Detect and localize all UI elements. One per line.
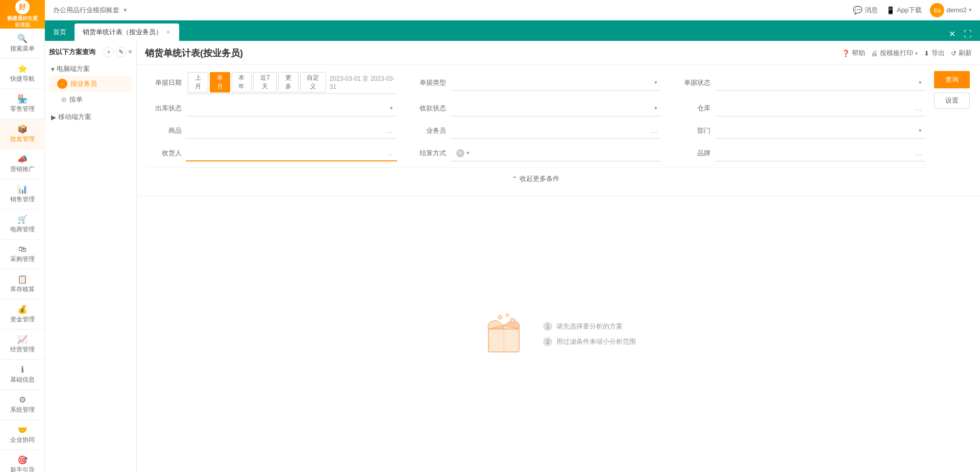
sidebar-item-basic-info[interactable]: ℹ 基础信息 [0, 360, 45, 390]
sidebar-item-quick-nav[interactable]: ⭐ 快捷导航 [0, 59, 45, 89]
pay-status-cell[interactable]: ▾ [450, 100, 662, 116]
date-this-month-btn[interactable]: 本月 [210, 72, 230, 92]
brand-cell[interactable]: … [715, 145, 926, 161]
panel-header-label: 按以下方案查询 [49, 48, 95, 57]
salesman-cell[interactable]: … [450, 123, 662, 139]
message-btn[interactable]: 💬 消息 [853, 6, 878, 15]
mobile-group-header[interactable]: ▶ 移动端方案 [49, 110, 132, 124]
app-download-btn[interactable]: 📱 App下载 [886, 6, 922, 15]
date-filter-cell: 上月 本月 本年 近7天 更多 自定义 2023-03-01 至 2023-03… [186, 71, 397, 94]
date-last-month-btn[interactable]: 上月 [188, 72, 208, 92]
scheme-by-salesman[interactable]: ✓ 按业务员 [49, 76, 132, 92]
empty-state-tips: 1 请先选择要分析的方案 2 用过滤条件来缩小分析范围 [543, 322, 636, 346]
warehouse-dots: … [915, 104, 922, 112]
tip-text-1: 请先选择要分析的方案 [556, 322, 623, 331]
home-tab-label: 首页 [53, 28, 66, 37]
doc-type-label: 单据类型 [409, 78, 450, 87]
export-btn[interactable]: ⬇ 导出 [924, 49, 945, 58]
date-more-btn[interactable]: 更多 [278, 72, 299, 92]
app-logo[interactable]: 好 畅捷通好生意 标准版 [0, 0, 45, 29]
warehouse-cell[interactable]: … [715, 100, 926, 116]
tab-close-window-btn[interactable]: ✕ [947, 27, 958, 41]
logo-sub: 标准版 [15, 21, 30, 29]
sidebar-item-marketing[interactable]: 📣 营销推广 [0, 149, 45, 179]
sidebar-item-label: 营销推广 [2, 165, 43, 174]
user-initial: Ea [934, 7, 941, 13]
help-icon: ❓ [842, 50, 850, 57]
salesman-dots: … [651, 127, 657, 134]
sidebar-item-finance[interactable]: 💰 资金管理 [0, 299, 45, 329]
app-download-label: App下载 [897, 6, 922, 15]
sidebar-item-ecommerce[interactable]: 🛒 电商管理 [0, 209, 45, 240]
query-btn[interactable]: 查询 [934, 71, 970, 88]
settings-btn[interactable]: 设置 [934, 92, 970, 109]
sidebar-item-sales[interactable]: 📊 销售管理 [0, 179, 45, 209]
print-btn[interactable]: 🖨 按模板打印 ▾ [871, 49, 918, 58]
consignee-cell[interactable]: … [186, 145, 397, 161]
tab-maximize-btn[interactable]: ⛶ [962, 28, 974, 41]
panel-collapse-btn[interactable]: « [128, 47, 132, 57]
logo-text: 畅捷通好生意 [7, 15, 38, 21]
edit-scheme-btn[interactable]: ✎ [116, 47, 126, 57]
collapse-conditions-btn[interactable]: ⌃ 收起更多条件 [504, 172, 568, 185]
out-status-cell[interactable]: ▾ [186, 100, 397, 116]
sidebar-item-purchase[interactable]: 🛍 采购管理 [0, 240, 45, 269]
help-btn[interactable]: ❓ 帮助 [842, 49, 865, 58]
pay-status-arrow: ▾ [654, 105, 657, 111]
sidebar-item-label: 库存核算 [2, 285, 43, 294]
filter-row-4: 收货人 … 结算方式 ✕ ▾ 品牌 … [145, 145, 926, 161]
top-header: 办公用品行业模拟账套 ▾ 💬 消息 📱 App下载 Ea demo2 ▾ [45, 0, 980, 20]
doc-status-label: 单据状态 [674, 78, 715, 87]
date-custom-btn[interactable]: 自定义 [300, 72, 326, 92]
sidebar-item-inventory[interactable]: 📋 库存核算 [0, 269, 45, 299]
goods-cell[interactable]: … [186, 123, 397, 139]
sidebar-item-enterprise[interactable]: 🤝 企业协同 [0, 420, 45, 450]
user-menu[interactable]: Ea demo2 ▾ [930, 3, 972, 17]
desktop-group-header[interactable]: ▾ 电脑端方案 [49, 62, 132, 76]
sidebar-item-guide[interactable]: 🎯 新手引导 [0, 450, 45, 472]
date-last7-btn[interactable]: 近7天 [253, 72, 277, 92]
sidebar-item-wholesale[interactable]: 📦 批发管理 [0, 119, 45, 149]
edit-icon: ✎ [118, 49, 124, 56]
dept-cell[interactable]: ▾ [715, 123, 926, 139]
sidebar-item-system[interactable]: ⚙ 系统管理 [0, 390, 45, 420]
user-name: demo2 [946, 6, 967, 14]
content-area: 按以下方案查询 + ✎ « ▾ 电脑端方案 [45, 41, 980, 472]
sidebar-item-retail[interactable]: 🏪 零售管理 [0, 89, 45, 119]
settlement-cell[interactable]: ✕ ▾ [450, 145, 662, 161]
company-selector-arrow[interactable]: ▾ [124, 6, 127, 14]
settlement-label: 结算方式 [409, 149, 450, 158]
sidebar-item-label: 搜索菜单 [2, 44, 43, 53]
action-buttons: 查询 设置 [932, 71, 972, 109]
date-this-year-btn[interactable]: 本年 [232, 72, 252, 92]
scheme-label: 按业务员 [70, 79, 97, 88]
sidebar-item-operations[interactable]: 📈 经营管理 [0, 329, 45, 360]
sales-icon: 📊 [2, 184, 43, 194]
out-status-label: 出库状态 [145, 104, 186, 113]
sidebar-item-label: 资金管理 [2, 315, 43, 324]
settlement-clear-btn[interactable]: ✕ [456, 149, 464, 157]
operations-icon: 📈 [2, 335, 43, 344]
sidebar-item-search[interactable]: 🔍 搜索菜单 [0, 29, 45, 59]
doc-status-cell[interactable]: ▾ [715, 75, 926, 91]
active-tab[interactable]: 销货单统计表（按业务员） × [75, 23, 179, 41]
company-selector-label: 办公用品行业模拟账套 [53, 6, 119, 15]
brand-dots: … [915, 149, 922, 157]
filter-row-3: 商品 … 业务员 … 部门 ▾ [145, 123, 926, 139]
page-title-bar: 销货单统计表(按业务员) ❓ 帮助 🖨 按模板打印 ▾ ⬇ 导出 [137, 41, 980, 65]
export-icon: ⬇ [924, 50, 929, 57]
add-scheme-btn[interactable]: + [104, 47, 114, 57]
search-nav-icon: 🔍 [2, 34, 43, 43]
refresh-btn[interactable]: ↺ 刷新 [951, 49, 972, 58]
sidebar-item-label: 系统管理 [2, 406, 43, 414]
doc-type-cell[interactable]: ▾ [450, 75, 662, 91]
empty-state: 1 请先选择要分析的方案 2 用过滤条件来缩小分析范围 [137, 196, 980, 472]
collapse-label: 收起更多条件 [520, 174, 559, 183]
mobile-scheme-group: ▶ 移动端方案 [49, 110, 132, 124]
sub-scheme-by-doc[interactable]: ⊞ 按单 [49, 92, 132, 107]
export-label: 导出 [932, 49, 945, 58]
salesman-label: 业务员 [409, 126, 450, 135]
home-tab[interactable]: 首页 [45, 23, 75, 41]
date-label: 单据日期 [145, 78, 186, 87]
tab-close-btn[interactable]: × [165, 29, 171, 36]
